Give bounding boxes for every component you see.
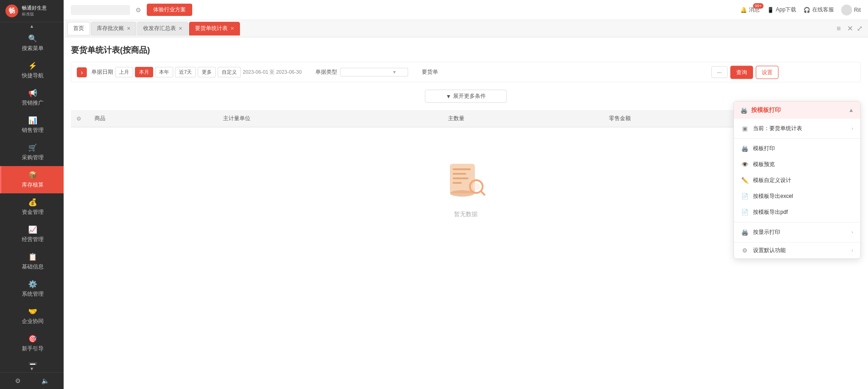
svg-rect-2 bbox=[453, 173, 466, 175]
tab-order-stats[interactable]: 要货单统计表 ✕ bbox=[189, 22, 240, 35]
close-order-stats-icon[interactable]: ✕ bbox=[230, 26, 234, 31]
tab-inventory-batch[interactable]: 库存批次账 ✕ bbox=[91, 22, 136, 35]
sidebar-item-marketing[interactable]: 📢 营销推广 bbox=[0, 84, 64, 111]
close-summary-icon[interactable]: ✕ bbox=[179, 26, 182, 31]
sidebar-item-apps[interactable]: 🔲 应用中心 bbox=[0, 357, 64, 365]
page-title: 要货单统计表(按商品) bbox=[71, 45, 861, 56]
custom-date-btn[interactable]: 自定义 bbox=[218, 67, 241, 77]
close-inventory-batch-icon[interactable]: ✕ bbox=[127, 26, 130, 31]
dropdown-template-preview[interactable]: 👁️ 模板预览 bbox=[734, 157, 860, 172]
scroll-down-arrow[interactable]: ▼ bbox=[0, 365, 64, 372]
sidebar-bottom: ⚙ 🔈 bbox=[0, 372, 64, 389]
current-item-arrow: › bbox=[852, 126, 853, 131]
avatar bbox=[841, 5, 852, 15]
sidebar-item-guide[interactable]: 🎯 新手引导 bbox=[0, 330, 64, 357]
last-month-btn[interactable]: 上月 bbox=[115, 67, 133, 77]
scroll-up-arrow[interactable]: ▲ bbox=[0, 22, 64, 30]
sidebar-label-system: 系统管理 bbox=[22, 290, 44, 298]
last-7-days-btn[interactable]: 近7天 bbox=[175, 67, 196, 77]
svg-point-7 bbox=[473, 183, 480, 190]
template-preview-label: 模板预览 bbox=[753, 161, 775, 168]
this-year-btn[interactable]: 本年 bbox=[155, 67, 173, 77]
sales-icon: 📊 bbox=[28, 116, 37, 125]
settings-bottom-icon[interactable]: ⚙ bbox=[15, 377, 21, 384]
audio-icon[interactable]: 🔈 bbox=[41, 377, 49, 384]
dropdown-display-print[interactable]: 🖨️ 按显示打印 › bbox=[734, 224, 860, 240]
sidebar-item-inventory[interactable]: 📦 库存核算 bbox=[0, 166, 64, 193]
inventory-icon: 📦 bbox=[28, 171, 37, 179]
sidebar: 畅 畅通好生意 标准版 ▲ 🔍 搜索菜单 ⚡ 快捷导航 📢 营销推广 📊 销售管… bbox=[0, 0, 64, 389]
logo-icon: 畅 bbox=[5, 5, 18, 17]
sidebar-item-business[interactable]: 📈 经营管理 bbox=[0, 221, 64, 248]
app-name: 畅通好生意 bbox=[22, 5, 47, 11]
online-service-button[interactable]: 🎧 在线客服 bbox=[803, 6, 834, 14]
display-print-icon: 🖨️ bbox=[741, 229, 748, 236]
dropdown-set-default[interactable]: ⚙ 设置默认功能 › bbox=[734, 242, 860, 258]
app-download-button[interactable]: 📱 App下载 bbox=[767, 6, 796, 14]
type-select[interactable]: ▼ bbox=[340, 68, 408, 76]
filter-bar: › 单据日期 上月 本月 本年 近7天 更多 自定义 2023-06-01 至 … bbox=[71, 62, 861, 82]
display-print-label: 按显示打印 bbox=[753, 228, 780, 236]
search-input[interactable] bbox=[71, 5, 130, 15]
sidebar-item-search[interactable]: 🔍 搜索菜单 bbox=[0, 30, 64, 57]
sidebar-item-purchase[interactable]: 🛒 采购管理 bbox=[0, 139, 64, 166]
template-design-label: 模板自定义设计 bbox=[753, 177, 791, 184]
mobile-icon: 📱 bbox=[767, 7, 774, 13]
sidebar-item-basic[interactable]: 📋 基础信息 bbox=[0, 248, 64, 275]
topbar-gear-icon[interactable]: ⚙ bbox=[135, 6, 141, 14]
current-item-left: ▣ 当前：要货单统计表 bbox=[741, 125, 802, 132]
sidebar-item-cooperation[interactable]: 🤝 企业协同 bbox=[0, 303, 64, 330]
sidebar-label-guide: 新手引导 bbox=[22, 345, 44, 353]
template-design-icon: ✏️ bbox=[741, 177, 748, 184]
sidebar-item-finance[interactable]: 💰 资金管理 bbox=[0, 193, 64, 221]
expand-more-button[interactable]: ▼ 展开更多条件 bbox=[425, 90, 507, 103]
dropdown-title-group: 🖨️ 按模板打印 bbox=[740, 106, 781, 114]
template-excel-icon: 📄 bbox=[741, 193, 748, 200]
dropdown-template-excel[interactable]: 📄 按模板导出excel bbox=[734, 188, 860, 204]
table-config-icon[interactable]: ⚙ bbox=[76, 116, 81, 122]
query-button[interactable]: 查询 bbox=[730, 66, 753, 79]
table-header-quantity: 主数量 bbox=[443, 110, 604, 127]
dropdown-template-design[interactable]: ✏️ 模板自定义设计 bbox=[734, 172, 860, 188]
dropdown-current-item[interactable]: ▣ 当前：要货单统计表 › bbox=[734, 121, 860, 136]
more-options-button[interactable]: ··· bbox=[711, 66, 728, 78]
dropdown-template-pdf[interactable]: 📄 按模板导出pdf bbox=[734, 204, 860, 220]
dropdown-collapse-icon[interactable]: ▲ bbox=[848, 107, 854, 113]
date-filter-group: 单据日期 上月 本月 本年 近7天 更多 自定义 2023-06-01 至 20… bbox=[91, 67, 302, 77]
template-pdf-left: 📄 按模板导出pdf bbox=[741, 208, 788, 216]
this-month-btn[interactable]: 本月 bbox=[135, 67, 153, 77]
bell-icon: 🔔 bbox=[740, 7, 747, 13]
dropdown-header[interactable]: 🖨️ 按模板打印 ▲ bbox=[734, 101, 860, 119]
maximize-icon[interactable]: ⤢ bbox=[857, 24, 863, 33]
sidebar-label-purchase: 采购管理 bbox=[22, 154, 44, 162]
dropdown-display-section: 🖨️ 按显示打印 › bbox=[734, 222, 860, 242]
topbar: ⚙ 体验行业方案 🔔 消息 99+ 📱 App下载 🎧 在线客服 Rit bbox=[64, 0, 868, 20]
filter-expand-icon-button[interactable]: › bbox=[77, 67, 87, 77]
user-avatar-area[interactable]: Rit bbox=[841, 5, 861, 15]
messages-button[interactable]: 🔔 消息 99+ bbox=[740, 6, 760, 14]
template-excel-label: 按模板导出excel bbox=[753, 192, 793, 200]
template-preview-left: 👁️ 模板预览 bbox=[741, 161, 775, 168]
topbar-right: 🔔 消息 99+ 📱 App下载 🎧 在线客服 Rit bbox=[740, 5, 861, 15]
order-type-label: 要货单 bbox=[422, 69, 438, 75]
template-print-left: 🖨️ 模板打印 bbox=[741, 145, 775, 152]
app-logo: 畅 畅通好生意 标准版 bbox=[0, 0, 64, 22]
trial-button[interactable]: 体验行业方案 bbox=[147, 4, 192, 16]
main-area: ⚙ 体验行业方案 🔔 消息 99+ 📱 App下载 🎧 在线客服 Rit bbox=[64, 0, 868, 389]
more-dates-btn[interactable]: 更多 bbox=[198, 67, 216, 77]
headset-icon: 🎧 bbox=[803, 7, 810, 13]
marketing-icon: 📢 bbox=[28, 89, 37, 97]
app-badge: 标准版 bbox=[22, 11, 47, 17]
purchase-icon: 🛒 bbox=[28, 143, 37, 152]
tab-expand-button[interactable]: ≡ bbox=[831, 25, 846, 33]
sidebar-item-quick-nav[interactable]: ⚡ 快捷导航 bbox=[0, 57, 64, 84]
close-window-icon[interactable]: ✕ bbox=[847, 24, 853, 33]
dropdown-template-print[interactable]: 🖨️ 模板打印 bbox=[734, 141, 860, 157]
settings-button[interactable]: 设置 bbox=[756, 66, 778, 79]
sidebar-item-system[interactable]: ⚙️ 系统管理 bbox=[0, 275, 64, 303]
tab-summary[interactable]: 收发存汇总表 ✕ bbox=[137, 22, 188, 35]
tab-home[interactable]: 首页 bbox=[67, 22, 90, 35]
display-print-left: 🖨️ 按显示打印 bbox=[741, 228, 780, 236]
sidebar-item-sales[interactable]: 📊 销售管理 bbox=[0, 111, 64, 139]
business-icon: 📈 bbox=[28, 225, 37, 234]
